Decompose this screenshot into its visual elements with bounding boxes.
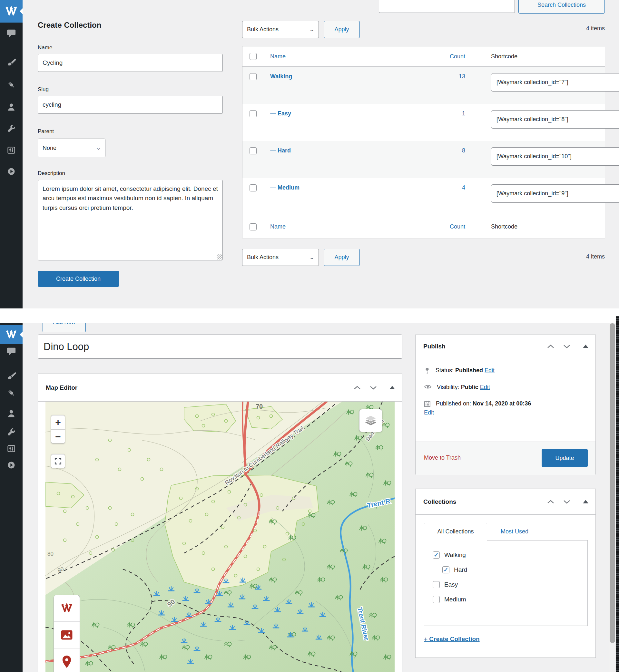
edit-visibility-link[interactable]: Edit [480,384,490,390]
sidebar-item-waymark[interactable] [0,0,22,22]
move-up-icon[interactable] [353,385,361,390]
collection-name-link[interactable]: — Easy [270,110,291,117]
shortcode-input[interactable] [491,110,619,129]
tools-icon[interactable] [6,124,16,134]
name-field[interactable]: Cycling [38,54,223,72]
collection-checkbox-item: Medium [433,596,588,603]
users-icon[interactable] [6,409,16,418]
shortcode-input[interactable] [491,147,619,166]
checkbox-unchecked[interactable] [433,581,440,588]
column-header-shortcode: Shortcode [491,53,518,60]
collection-count-link[interactable]: 4 [462,184,465,191]
fullscreen-button[interactable] [51,454,65,468]
appearance-icon[interactable] [6,371,16,381]
create-collection-link[interactable]: + Create Collection [424,636,480,643]
bulk-actions-select-top[interactable]: Bulk Actions ⌄ [242,21,319,38]
chevron-down-icon: ⌄ [309,27,315,32]
toggle-panel-icon[interactable] [583,345,589,348]
collection-name-link[interactable]: — Hard [270,147,291,154]
plugins-icon[interactable] [6,80,16,90]
column-footer-count[interactable]: Count [450,223,465,230]
checkbox-unchecked[interactable] [433,596,440,603]
move-to-trash-link[interactable]: Move to Trash [424,454,461,461]
publish-header[interactable]: Publish [416,335,596,358]
search-collections-input[interactable] [379,0,515,13]
create-collection-button[interactable]: Create Collection [38,271,119,287]
users-icon[interactable] [6,102,16,112]
marker-mode-button[interactable] [54,649,80,672]
fullscreen-icon [54,457,62,465]
move-up-icon[interactable] [547,500,555,504]
settings-icon[interactable] [6,145,16,155]
move-down-icon[interactable] [563,344,571,349]
toggle-panel-icon[interactable] [583,500,589,504]
name-value: Cycling [43,59,63,66]
layers-control[interactable] [359,409,383,432]
move-down-icon[interactable] [369,385,377,390]
search-collections-button[interactable]: Search Collections [519,0,605,13]
devtools-sliver [616,316,619,672]
textarea-resize-handle[interactable] [217,254,222,259]
collections-header[interactable]: Collections [416,489,596,515]
tools-icon[interactable] [6,428,16,437]
checkbox-checked[interactable]: ✓ [442,566,450,573]
status-row: Status: Published Edit [435,367,494,374]
collapse-menu-icon[interactable] [6,460,16,470]
tab-all-collections[interactable]: All Collections [424,523,487,540]
zoom-in-button[interactable]: + [51,416,65,430]
bulk-actions-select-bottom[interactable]: Bulk Actions ⌄ [242,249,319,266]
photo-mode-button[interactable] [54,622,80,649]
active-menu-notch [20,8,22,14]
column-header-count[interactable]: Count [450,53,465,60]
description-field[interactable]: Lorem ipsum dolor sit amet, consectetur … [38,180,223,260]
move-down-icon[interactable] [563,500,571,504]
collection-name-link[interactable]: Walking [270,73,292,80]
edit-status-link[interactable]: Edit [485,367,494,374]
edit-published-date-link[interactable]: Edit [424,409,434,416]
update-button[interactable]: Update [542,449,588,467]
apply-button-top[interactable]: Apply [324,21,360,38]
sidebar-item-waymark[interactable] [0,325,22,344]
map-editor-box: Map Editor [38,374,402,672]
add-new-button[interactable]: Add New [43,323,86,332]
row-checkbox[interactable] [250,147,257,154]
row-checkbox[interactable] [250,184,257,192]
tab-most-used[interactable]: Most Used [490,523,539,540]
collection-count-link[interactable]: 1 [462,110,465,117]
collection-count-link[interactable]: 8 [462,147,465,154]
active-menu-notch [20,332,22,338]
move-up-icon[interactable] [547,344,555,349]
plugins-icon[interactable] [6,388,16,398]
items-count-top: 4 items [586,25,605,32]
select-all-checkbox-bottom[interactable] [250,223,257,230]
waymark-mode-button[interactable] [54,595,80,622]
checkbox-checked[interactable]: ✓ [433,551,440,558]
post-title-input[interactable]: Dino Loop [38,334,402,359]
description-label: Description [38,170,65,176]
column-header-name[interactable]: Name [270,53,286,60]
row-checkbox[interactable] [250,73,257,80]
apply-button-bottom[interactable]: Apply [324,249,360,266]
column-footer-name[interactable]: Name [270,223,286,230]
row-checkbox[interactable] [250,110,257,117]
map-canvas[interactable]: 70 80 90 90 Royston to Cumberland Railwa… [46,401,395,672]
slug-field[interactable]: cycling [38,96,223,114]
parent-select[interactable]: None ⌄ [38,139,106,157]
collection-count-link[interactable]: 13 [459,73,465,80]
settings-icon[interactable] [6,444,16,453]
collection-name-link[interactable]: — Medium [270,184,299,191]
comments-icon[interactable] [6,347,16,356]
scrollbar-thumb[interactable] [610,323,615,643]
shortcode-input[interactable] [491,184,619,203]
map-editor-header[interactable]: Map Editor [38,374,402,401]
chevron-down-icon: ⌄ [96,145,101,151]
toggle-panel-icon[interactable] [390,386,395,389]
comments-icon[interactable] [6,28,16,38]
collapse-menu-icon[interactable] [6,167,16,176]
appearance-icon[interactable] [6,58,16,67]
zoom-out-button[interactable]: − [51,430,65,444]
tab-all-label: All Collections [437,528,474,535]
select-all-checkbox[interactable] [250,53,257,60]
shortcode-input[interactable] [491,73,619,91]
collections-checklist: ✓Walking✓HardEasyMedium [433,551,588,603]
